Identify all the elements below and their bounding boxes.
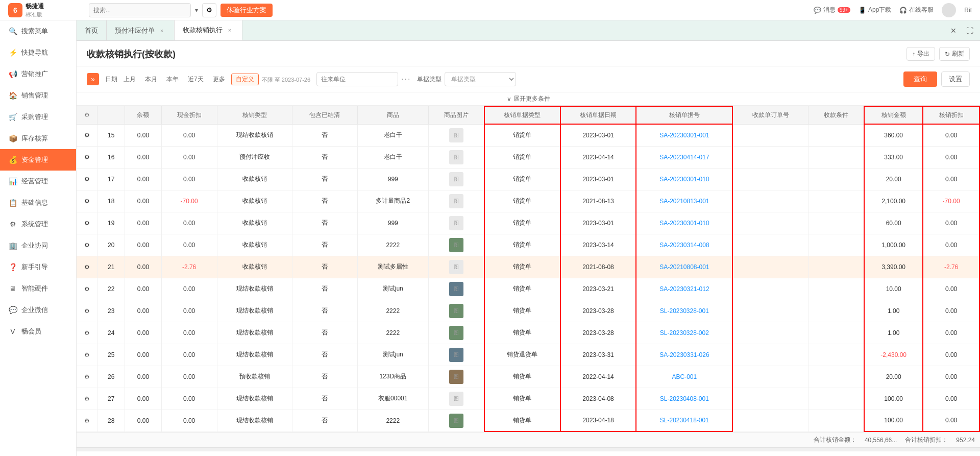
tab-prepay-close[interactable]: ×: [158, 27, 166, 35]
col-receipt-condition-cell: [808, 344, 864, 366]
sidebar-item-enterprise[interactable]: 🏢 企业协同: [0, 235, 76, 256]
col-bill-date-cell: 2023-03-28: [560, 300, 636, 322]
tab-receipt[interactable]: 收款核销执行 ×: [175, 20, 242, 40]
col-verify-amount-cell: 100.00: [864, 410, 923, 431]
col-rowno-header: [97, 106, 125, 124]
col-receipt-condition-cell: [808, 146, 864, 168]
online-service-link[interactable]: 🎧 在线客服: [899, 6, 934, 14]
col-bill-no-cell[interactable]: SA-20210813-001: [636, 190, 732, 212]
bill-no-link: SL-20230328-001: [660, 307, 709, 315]
col-bill-type-cell: 销货退货单: [484, 344, 560, 366]
col-bill-no-cell[interactable]: SA-20230414-017: [636, 146, 732, 168]
col-included-settled-cell: 否: [292, 234, 357, 256]
col-receipt-order-cell: [732, 190, 808, 212]
table-footer: 合计核销金额： 40,556,66... 合计核销折扣： 952.24: [77, 432, 980, 447]
header-search-input[interactable]: [89, 3, 191, 17]
col-bill-no-cell[interactable]: SA-20230314-008: [636, 234, 732, 256]
sidebar-item-basic[interactable]: 📋 基础信息: [0, 192, 76, 213]
expand-icon: »: [91, 75, 95, 83]
col-settings-header[interactable]: ⚙: [77, 106, 97, 124]
table-row: ⚙ 17 0.00 0.00 收款核销 否 999 图 销货单 2023-03-…: [77, 168, 979, 190]
tab-maximize-button[interactable]: ⛶: [964, 25, 976, 37]
col-balance-cell: 0.00: [125, 410, 161, 431]
col-bill-no-cell[interactable]: SL-20230418-001: [636, 410, 732, 431]
sidebar-item-member[interactable]: V 畅会员: [0, 321, 76, 342]
col-bill-no-cell[interactable]: ABC-001: [636, 366, 732, 388]
sidebar-item-system[interactable]: ⚙ 系统管理: [0, 213, 76, 235]
tab-receipt-close[interactable]: ×: [226, 26, 234, 34]
col-bill-date-cell: 2023-04-18: [560, 410, 636, 431]
app-download-link[interactable]: 📱 App下载: [859, 6, 891, 14]
col-bill-type-cell: 销货单: [484, 300, 560, 322]
col-bill-no-cell[interactable]: SL-20230328-002: [636, 322, 732, 344]
sidebar-item-operations[interactable]: 📊 经营管理: [0, 171, 76, 192]
col-bill-date-header: 核销单据日期: [560, 106, 636, 124]
sidebar-item-newbie[interactable]: ❓ 新手引导: [0, 256, 76, 278]
last-month-button[interactable]: 上月: [120, 74, 139, 85]
col-settings-cell: ⚙: [77, 146, 97, 168]
col-bill-no-cell[interactable]: SA-20230301-001: [636, 124, 732, 146]
bill-no-link: SA-20230321-012: [659, 285, 709, 293]
last7-button[interactable]: 近7天: [185, 74, 207, 85]
col-bill-no-cell[interactable]: SA-20230301-010: [636, 212, 732, 234]
col-bill-no-cell[interactable]: SA-20230301-010: [636, 168, 732, 190]
col-receipt-order-cell: [732, 168, 808, 190]
bill-no-link: ABC-001: [672, 373, 697, 380]
col-included-settled-cell: 否: [292, 256, 357, 278]
query-button[interactable]: 查询: [903, 71, 937, 87]
sidebar-item-quick[interactable]: ⚡ 快捷导航: [0, 42, 76, 63]
col-bill-no-cell[interactable]: SL-20230328-001: [636, 300, 732, 322]
tab-bar: 首页 预付冲应付单 × 收款核销执行 × ✕ ⛶: [77, 20, 980, 41]
col-receipt-condition-cell: [808, 212, 864, 234]
col-bill-no-cell[interactable]: SA-20230321-012: [636, 278, 732, 300]
counterparty-input[interactable]: [316, 72, 398, 86]
industry-solution-button[interactable]: 休验行业方案: [220, 4, 273, 17]
bill-no-link: SA-20230414-017: [659, 154, 709, 161]
horizontal-scrollbar[interactable]: [77, 447, 980, 451]
this-year-button[interactable]: 本年: [163, 74, 182, 85]
tab-close-all-button[interactable]: ✕: [947, 25, 960, 37]
expand-more-button[interactable]: ∨ 展开更多条件: [507, 94, 550, 103]
col-bill-no-cell[interactable]: SA-20210808-001: [636, 256, 732, 278]
filter-expand-button[interactable]: »: [87, 73, 99, 85]
col-goods-img-cell: 图: [428, 278, 484, 300]
sidebar-item-finance[interactable]: 💰 资金管理: [0, 149, 76, 171]
sidebar-item-wechat[interactable]: 💬 企业微信: [0, 299, 76, 321]
custom-date-button[interactable]: 自定义: [231, 74, 259, 85]
sidebar-item-hardware[interactable]: 🖥 智能硬件: [0, 278, 76, 299]
col-bill-type-cell: 销货单: [484, 168, 560, 190]
col-goods-img-cell: 图: [428, 256, 484, 278]
settings-button[interactable]: 设置: [941, 71, 970, 87]
sidebar-label-sales: 销售管理: [21, 91, 48, 100]
col-verify-amount-cell: -2,430.00: [864, 344, 923, 366]
col-cash-discount-cell: 0.00: [161, 410, 217, 431]
sidebar-item-purchase[interactable]: 🛒 采购管理: [0, 106, 76, 128]
header-gear-button[interactable]: ⚙: [202, 3, 216, 17]
message-notification[interactable]: 💬 消息 99+: [814, 6, 850, 14]
header-dropdown-btn[interactable]: ▾: [195, 7, 198, 14]
tab-prepay[interactable]: 预付冲应付单 ×: [107, 20, 175, 40]
sidebar-item-inventory[interactable]: 📦 库存核算: [0, 128, 76, 149]
tab-home[interactable]: 首页: [77, 20, 107, 40]
col-settings-cell: ⚙: [77, 300, 97, 322]
tab-bar-actions: ✕ ⛶: [943, 20, 980, 40]
sidebar-item-marketing[interactable]: 📢 营销推广: [0, 63, 76, 85]
sidebar-item-search[interactable]: 🔍 搜索菜单: [0, 20, 76, 42]
username-text: Rit: [964, 7, 972, 14]
col-verify-type-cell: 收款核销: [217, 212, 292, 234]
user-avatar[interactable]: [942, 3, 956, 17]
bill-type-select[interactable]: 单据类型: [445, 72, 516, 86]
export-button[interactable]: ↑ 导出: [906, 47, 935, 61]
date-filter-label: 日期: [105, 75, 117, 84]
col-receipt-condition-cell: [808, 388, 864, 410]
col-bill-no-cell[interactable]: SA-20230331-026: [636, 344, 732, 366]
refresh-button[interactable]: ↻ 刷新: [939, 47, 970, 61]
col-verify-amount-cell: 60.00: [864, 212, 923, 234]
this-month-button[interactable]: 本月: [142, 74, 160, 85]
col-included-settled-cell: 否: [292, 366, 357, 388]
col-bill-type-cell: 销货单: [484, 256, 560, 278]
col-bill-no-cell[interactable]: SL-20230408-001: [636, 388, 732, 410]
more-date-button[interactable]: 更多: [210, 74, 228, 85]
sidebar-item-sales[interactable]: 🏠 销售管理: [0, 85, 76, 106]
col-rowno-cell: 24: [97, 322, 125, 344]
